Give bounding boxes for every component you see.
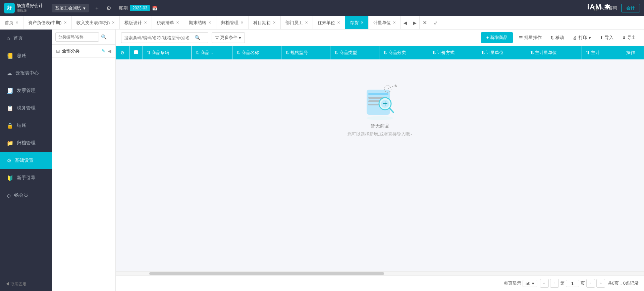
category-search-bar: 🔍 <box>52 30 115 45</box>
company-selector[interactable]: 基层工会测试 ▾ <box>52 4 89 12</box>
col-type[interactable]: ⇅ 商品类型 <box>330 46 379 59</box>
sidebar: ⌂ 首页 📒 总账 ☁ 云报表中心 🧾 发票管理 📋 税务管理 🔒 结账 📁 归… <box>0 30 52 291</box>
page-input[interactable] <box>566 280 579 287</box>
empty-illustration <box>358 80 402 123</box>
tab-expand-button[interactable]: ⤢ <box>430 16 441 30</box>
new-product-label: + 新增商品 <box>486 35 507 41</box>
logo-icon: 好 <box>4 3 15 13</box>
logo-text-group: 畅捷通好会计 旗舰版 <box>17 3 43 13</box>
action-bar: 🔍 ▽ 更多条件 ▾ + 新增商品 ☰ 批量操作 <box>116 30 644 46</box>
sidebar-item-invoice[interactable]: 🧾 发票管理 <box>0 82 52 99</box>
tab-period-carry[interactable]: 期末结转 ✕ <box>184 16 216 30</box>
sidebar-item-archive[interactable]: 📁 归档管理 <box>0 134 52 152</box>
tab-subject-init[interactable]: 科目期初 ✕ <box>249 16 281 30</box>
select-all-checkbox[interactable] <box>134 50 138 54</box>
add-tab-button[interactable]: ＋ <box>93 5 101 12</box>
scrollbar-thumb[interactable] <box>149 272 384 275</box>
tab-measure[interactable]: 计量单位 ✕ <box>369 16 401 30</box>
sidebar-item-member[interactable]: ◇ 畅会员 <box>0 187 52 204</box>
tab-scroll-right[interactable]: ▶ <box>410 16 420 30</box>
tab-department-close[interactable]: ✕ <box>305 20 308 25</box>
page-size-box[interactable]: 50 ▾ <box>523 280 537 287</box>
batch-operation-button[interactable]: ☰ 批量操作 <box>516 32 544 43</box>
product-search-icon[interactable]: 🔍 <box>195 35 200 40</box>
edit-category-icon[interactable]: ✎ <box>102 48 106 54</box>
col-checkbox[interactable] <box>129 46 143 59</box>
sidebar-item-ledger[interactable]: 📒 总账 <box>0 47 52 64</box>
move-button[interactable]: ⇅ 移动 <box>548 32 567 43</box>
sidebar-item-guide[interactable]: 🔰 新手引导 <box>0 169 52 187</box>
content-area: 🔍 ⊞ 全部分类 ✎ ◀ 🔍 ▽ <box>52 30 644 291</box>
tab-contacts-close[interactable]: ✕ <box>337 20 340 25</box>
tab-template-close[interactable]: ✕ <box>144 20 147 25</box>
product-search-input[interactable] <box>124 35 195 40</box>
tab-archive-close[interactable]: ✕ <box>240 20 244 25</box>
all-category-item[interactable]: ⊞ 全部分类 ✎ ◀ <box>52 45 115 58</box>
col-category[interactable]: ⇅ 商品分类 <box>379 46 428 59</box>
sidebar-reports-label: 云报表中心 <box>15 70 39 76</box>
print-icon: 🖨 <box>573 35 577 40</box>
top-bar: 好 畅捷通好会计 旗舰版 基层工会测试 ▾ ＋ ⚙ 账期 2023-03 📅 i… <box>0 0 644 16</box>
tab-inventory-close[interactable]: ✕ <box>361 20 364 25</box>
tab-home-close[interactable]: ✕ <box>15 20 18 25</box>
sidebar-pin-toggle[interactable]: ◀ 取消固定 <box>0 277 52 291</box>
tab-tax-table[interactable]: 税表清单 ✕ <box>152 16 184 30</box>
export-button[interactable]: ⬇ 导出 <box>620 32 639 43</box>
tab-template[interactable]: 模版设计 ✕ <box>120 16 152 30</box>
category-search-icon[interactable]: 🔍 <box>99 32 108 42</box>
page-navigation: « ‹ 第 页 › » <box>540 279 605 288</box>
closing-icon: 🔒 <box>7 123 13 129</box>
page-size-selector: 每页显示 50 ▾ <box>504 280 537 287</box>
app-name: 畅捷通好会计 <box>17 3 43 8</box>
tab-archive[interactable]: 归档管理 ✕ <box>216 16 249 30</box>
col-barcode[interactable]: ⇅ 商品条码 <box>143 46 192 59</box>
tab-tax-table-close[interactable]: ✕ <box>176 20 179 25</box>
left-category-panel: 🔍 ⊞ 全部分类 ✎ ◀ <box>52 30 116 291</box>
new-product-button[interactable]: + 新增商品 <box>481 32 513 43</box>
category-search-input[interactable] <box>55 32 99 42</box>
col-main-count[interactable]: ⇅ 主计 <box>582 46 617 59</box>
tab-period-label: 期末结转 <box>189 20 206 26</box>
tab-balance-close[interactable]: ✕ <box>64 20 67 25</box>
tab-close-all-button[interactable]: ✕ <box>420 16 430 30</box>
sidebar-item-home[interactable]: ⌂ 首页 <box>0 30 52 47</box>
settings-icon[interactable]: ⚙ <box>105 5 112 11</box>
col-code[interactable]: ⇅ 商品... <box>192 46 232 59</box>
first-page-button[interactable]: « <box>540 279 549 288</box>
col-main-unit[interactable]: ⇅ 主计量单位 <box>526 46 582 59</box>
collapse-panel-icon[interactable]: ◀ <box>108 48 111 54</box>
horizontal-scrollbar[interactable] <box>116 271 644 275</box>
tab-bar: 首页 ✕ 资产负债表(中期) ✕ 收入支出表(年报) ✕ 模版设计 ✕ 税表清单… <box>0 16 644 30</box>
tab-scroll-left[interactable]: ◀ <box>401 16 410 30</box>
sidebar-item-settings[interactable]: ⚙ 基础设置 <box>0 152 52 169</box>
col-settings[interactable]: ⚙ <box>116 46 129 59</box>
prev-page-button[interactable]: ‹ <box>550 279 559 288</box>
tab-department[interactable]: 部门员工 ✕ <box>281 16 313 30</box>
tab-income[interactable]: 收入支出表(年报) ✕ <box>72 16 120 30</box>
import-button[interactable]: ⬆ 导入 <box>597 32 616 43</box>
tab-inventory[interactable]: 存货 ✕ <box>345 16 369 30</box>
print-button[interactable]: 🖨 打印 ▾ <box>570 32 594 43</box>
tab-period-close[interactable]: ✕ <box>208 20 211 25</box>
sidebar-item-tax[interactable]: 📋 税务管理 <box>0 99 52 117</box>
tab-income-close[interactable]: ✕ <box>112 20 115 25</box>
tab-home[interactable]: 首页 ✕ <box>0 16 23 30</box>
next-page-button[interactable]: › <box>586 279 595 288</box>
tab-balance-sheet[interactable]: 资产负债表(中期) ✕ <box>23 16 72 30</box>
more-filter-button[interactable]: ▽ 更多条件 ▾ <box>212 32 245 43</box>
sidebar-item-reports[interactable]: ☁ 云报表中心 <box>0 64 52 82</box>
last-page-button[interactable]: » <box>596 279 605 288</box>
tab-subject-close[interactable]: ✕ <box>273 20 276 25</box>
tab-contacts[interactable]: 往来单位 ✕ <box>313 16 345 30</box>
grid-icon: ⊞ <box>56 48 60 54</box>
col-name[interactable]: ⇅ 商品名称 <box>232 46 281 59</box>
col-pricing[interactable]: ⇅ 计价方式 <box>428 46 477 59</box>
tab-measure-close[interactable]: ✕ <box>393 20 396 25</box>
calendar-icon[interactable]: 📅 <box>152 6 157 11</box>
sidebar-item-closing[interactable]: 🔒 结账 <box>0 117 52 134</box>
prev-page-icon: ‹ <box>554 281 555 286</box>
col-unit[interactable]: ⇅ 计量单位 <box>477 46 526 59</box>
account-label: 会计 <box>626 5 635 10</box>
col-spec[interactable]: ⇅ 规格型号 <box>281 46 330 59</box>
account-button[interactable]: 会计 <box>621 4 640 12</box>
